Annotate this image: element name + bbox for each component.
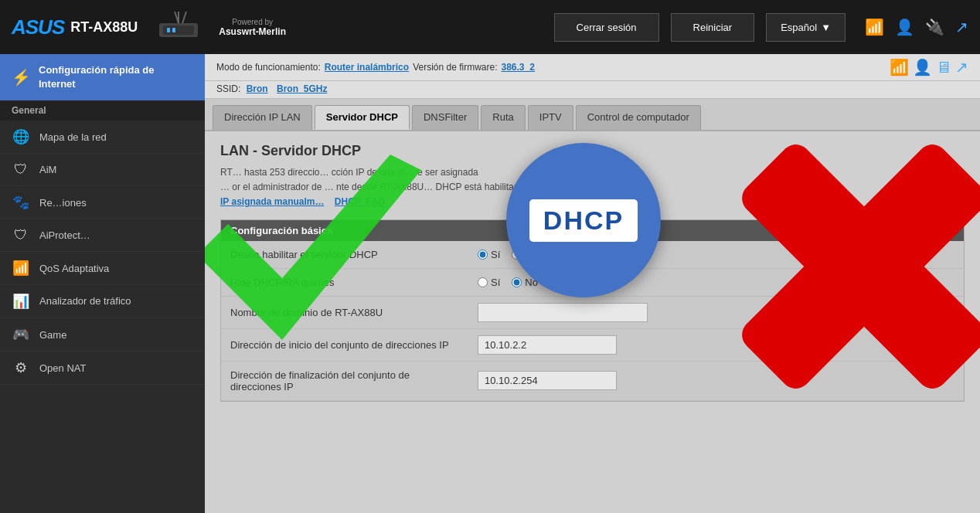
tab-dnsfilter-label: DNSFilter <box>424 111 467 123</box>
game-icon: 🎮 <box>12 326 30 343</box>
share-status-icon[interactable]: ↗ <box>955 58 968 76</box>
dhcp-faq-link[interactable]: DHCP_FAQ <box>335 196 385 207</box>
label-ip-end: Dirección de finalización del conjunto d… <box>221 361 468 400</box>
value-ip-start <box>468 328 964 361</box>
sidebar-section-general: General <box>0 100 205 121</box>
tab-parental-label: Control de computador <box>587 111 689 123</box>
sidebar-label-traffic: Analizador de tráfico <box>39 294 131 308</box>
section-header: Configuración básica <box>221 220 964 241</box>
input-domain-name[interactable] <box>478 303 648 322</box>
tab-dhcp-server[interactable]: Servidor DHCP <box>315 105 410 130</box>
status-bar-ssid: SSID: Bron Bron_5GHz <box>205 81 980 99</box>
status-bar: Modo de funcionamiento: Router inalámbri… <box>205 54 980 81</box>
sidebar-item-qos[interactable]: 📶 QoS Adaptativa <box>0 252 205 285</box>
tab-iptv[interactable]: IPTV <box>528 105 573 130</box>
radio-input-hide-dhcp-no[interactable] <box>512 277 522 287</box>
language-label: Español <box>781 22 817 33</box>
wifi-status-icon[interactable]: 📶 <box>890 58 909 76</box>
value-enable-dhcp: Sí No <box>468 241 964 269</box>
aiprotect-icon: 🛡 <box>12 227 30 243</box>
opennat-icon: ⚙ <box>12 359 30 376</box>
tab-dnsfilter[interactable]: DNSFilter <box>412 105 478 130</box>
share-icon[interactable]: ↗ <box>955 18 968 36</box>
label-hide-dhcp: Hide DHCP/RA queries <box>221 268 468 296</box>
traffic-icon: 📊 <box>12 293 30 310</box>
form-row-ip-start: Dirección de inicio del conjunto de dire… <box>221 328 964 361</box>
wifi-icon[interactable]: 📶 <box>865 18 884 36</box>
sidebar-label-opennat: Open NAT <box>39 362 86 374</box>
form-row-ip-end: Dirección de finalización del conjunto d… <box>221 361 964 400</box>
radio-group-hide-dhcp: Sí No <box>478 277 954 288</box>
merlin-text: Asuswrt-Merlin <box>219 26 286 37</box>
powered-by: Powered by Asuswrt-Merlin <box>219 18 286 37</box>
form-row-hide-dhcp: Hide DHCP/RA queries Sí No <box>221 268 964 296</box>
tab-parental[interactable]: Control de computador <box>576 105 701 130</box>
input-ip-end[interactable] <box>478 371 617 390</box>
tab-iptv-label: IPTV <box>539 111 562 123</box>
sidebar-item-aiprotect[interactable]: 🛡 AiProtect… <box>0 219 205 252</box>
value-domain-name <box>468 296 964 328</box>
form-table: Desea habilitar el servidor DHCP Sí No <box>221 241 964 401</box>
svg-rect-2 <box>167 28 170 32</box>
tab-lan-ip[interactable]: Dirección IP LAN <box>213 105 312 130</box>
sidebar-item-network-map[interactable]: 🌐 Mapa de la red <box>0 121 205 154</box>
user-status-icon[interactable]: 👤 <box>913 58 932 76</box>
network-map-icon: 🌐 <box>12 128 30 145</box>
radio-enable-dhcp-no[interactable]: No <box>512 249 538 260</box>
input-ip-start[interactable] <box>478 335 617 355</box>
page-desc-line1: RT… hasta 253 direccio… cción IP de una … <box>220 167 478 178</box>
usb-icon[interactable]: 🔌 <box>925 18 944 36</box>
powered-by-text: Powered by <box>232 18 273 26</box>
sidebar-label-qos: QoS Adaptativa <box>39 263 109 274</box>
mode-label: Modo de funcionamiento: <box>216 62 321 73</box>
ssid-2g: Bron <box>247 83 268 94</box>
tab-ruta[interactable]: Ruta <box>481 105 525 130</box>
firmware-value: 386.3_2 <box>502 62 535 73</box>
value-hide-dhcp: Sí No <box>468 268 964 296</box>
sidebar-label-aiprotect: AiProtect… <box>39 229 90 241</box>
language-button[interactable]: Español ▼ <box>766 13 846 42</box>
svg-rect-3 <box>172 28 175 32</box>
chevron-down-icon: ▼ <box>821 22 831 33</box>
main-layout: ⚡ Configuración rápida de Internet Gener… <box>0 54 980 513</box>
aim-icon: 🛡 <box>12 161 30 178</box>
tabs-bar: Dirección IP LAN Servidor DHCP DNSFilter… <box>205 99 980 131</box>
mode-value: Router inalámbrico <box>325 62 409 73</box>
radio-hide-dhcp-no[interactable]: No <box>512 277 538 288</box>
sidebar-quick-internet[interactable]: ⚡ Configuración rápida de Internet <box>0 54 205 100</box>
ssid-5g: Bron_5GHz <box>277 83 327 94</box>
sidebar-item-game[interactable]: 🎮 Game <box>0 318 205 352</box>
tab-dhcp-server-label: Servidor DHCP <box>326 111 398 123</box>
sidebar-label-network-map: Mapa de la red <box>39 131 107 143</box>
radio-input-hide-dhcp-si[interactable] <box>478 277 488 287</box>
radio-input-enable-dhcp-si[interactable] <box>478 250 488 260</box>
qos-icon: 📶 <box>12 260 30 277</box>
sidebar-label-recon: Re…iones <box>39 197 87 209</box>
sidebar-item-aim[interactable]: 🛡 AiM <box>0 154 205 186</box>
usb-status-icon[interactable]: 🖥 <box>936 59 951 76</box>
basic-config-section: Configuración básica Desea habilitar el … <box>220 219 965 402</box>
form-row-enable-dhcp: Desea habilitar el servidor DHCP Sí No <box>221 241 964 269</box>
sidebar-item-recon[interactable]: 🐾 Re…iones <box>0 186 205 219</box>
sidebar-item-opennat[interactable]: ⚙ Open NAT <box>0 352 205 385</box>
radio-enable-dhcp-si[interactable]: Sí <box>478 249 500 260</box>
reboot-button[interactable]: Reiniciar <box>671 13 755 42</box>
sidebar-item-traffic[interactable]: 📊 Analizador de tráfico <box>0 285 205 318</box>
label-ip-start: Dirección de inicio del conjunto de dire… <box>221 328 468 361</box>
logout-button[interactable]: Cerrar sesión <box>554 13 659 42</box>
content: Modo de funcionamiento: Router inalámbri… <box>205 54 980 513</box>
firmware-label: Versión de firmware: <box>413 62 497 73</box>
manual-ip-link[interactable]: IP asignada manualm… <box>220 196 325 207</box>
quick-internet-icon: ⚡ <box>12 68 31 87</box>
radio-input-enable-dhcp-no[interactable] <box>512 250 522 260</box>
model-name: RT-AX88U <box>70 19 138 36</box>
page-title: LAN - Servidor DHCP <box>220 143 965 159</box>
page-desc-line2: … or el administrador de … nte desde RT-… <box>220 182 526 192</box>
tab-ruta-label: Ruta <box>492 111 513 123</box>
header-logo-area: ASUS RT-AX88U <box>12 15 138 39</box>
radio-hide-dhcp-si[interactable]: Sí <box>478 277 500 288</box>
quick-internet-label: Configuración rápida de Internet <box>39 63 193 91</box>
user-icon[interactable]: 👤 <box>895 18 914 36</box>
radio-group-enable-dhcp: Sí No <box>478 249 954 260</box>
sidebar: ⚡ Configuración rápida de Internet Gener… <box>0 54 205 513</box>
